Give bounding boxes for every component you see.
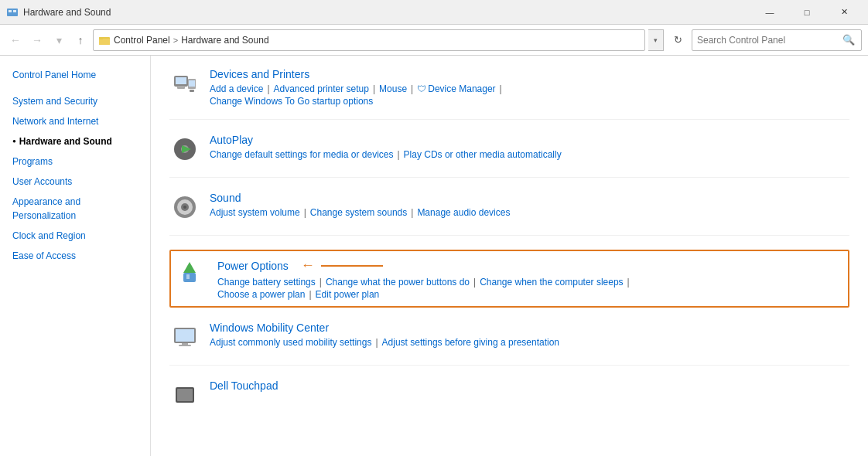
section-dell-touchpad: Dell Touchpad — [169, 379, 849, 423]
svg-rect-24 — [179, 345, 191, 346]
autoplay-title[interactable]: AutoPlay — [210, 134, 849, 146]
devices-and-printers-content: Devices and Printers Add a device | Adva… — [210, 68, 849, 107]
sound-icon — [169, 192, 200, 223]
breadcrumb-root[interactable]: Control Panel — [114, 35, 170, 46]
title-bar: Hardware and Sound — □ ✕ — [0, 0, 868, 25]
sidebar-item-appearance-and-personalization[interactable]: Appearance and Personalization — [0, 192, 150, 226]
windows-mobility-center-links: Adjust commonly used mobility settings |… — [210, 337, 849, 348]
search-box: 🔍 — [692, 29, 862, 51]
change-system-sounds-link[interactable]: Change system sounds — [310, 207, 407, 218]
svg-rect-4 — [99, 39, 110, 45]
sound-links: Adjust system volume | Change system sou… — [210, 207, 849, 218]
sidebar-item-user-accounts[interactable]: User Accounts — [0, 172, 150, 192]
change-sleep-link[interactable]: Change when the computer sleeps — [480, 277, 623, 288]
autoplay-icon — [169, 134, 200, 165]
search-input[interactable] — [697, 35, 841, 46]
sidebar-item-network-and-internet[interactable]: Network and Internet — [0, 111, 150, 131]
forward-button[interactable]: → — [28, 31, 46, 49]
address-path: Control Panel > Hardware and Sound — [93, 29, 645, 51]
adjust-volume-link[interactable]: Adjust system volume — [210, 207, 300, 218]
breadcrumb-separator: > — [173, 36, 178, 45]
recent-locations-button[interactable]: ▾ — [50, 31, 68, 49]
power-arrow-line — [321, 265, 383, 267]
devices-and-printers-title[interactable]: Devices and Printers — [210, 68, 849, 80]
address-bar: ← → ▾ ↑ Control Panel > Hardware and Sou… — [0, 25, 868, 56]
maximize-button[interactable]: □ — [789, 0, 825, 25]
shield-icon: 🛡 — [417, 83, 426, 94]
window-controls: — □ ✕ — [752, 0, 862, 25]
mouse-link[interactable]: Mouse — [379, 83, 407, 94]
section-power-options: Power Options← Change battery settings |… — [169, 250, 849, 308]
folder-icon — [98, 34, 111, 46]
svg-rect-23 — [176, 329, 194, 342]
main-layout: Control Panel Home System and Security N… — [0, 56, 868, 456]
sound-title[interactable]: Sound — [210, 192, 849, 204]
section-sound: Sound Adjust system volume | Change syst… — [169, 192, 849, 236]
section-autoplay: AutoPlay Change default settings for med… — [169, 134, 849, 178]
sidebar-item-hardware-and-sound[interactable]: Hardware and Sound — [0, 131, 150, 151]
sidebar-item-programs[interactable]: Programs — [0, 151, 150, 172]
advanced-printer-setup-link[interactable]: Advanced printer setup — [274, 83, 369, 94]
svg-rect-11 — [190, 90, 194, 92]
device-manager-link[interactable]: Device Manager — [428, 83, 495, 94]
autoplay-content: AutoPlay Change default settings for med… — [210, 134, 849, 160]
manage-audio-link[interactable]: Manage audio devices — [417, 207, 510, 218]
windows-mobility-center-icon — [169, 322, 200, 352]
sound-content: Sound Adjust system volume | Change syst… — [210, 192, 849, 218]
add-device-link[interactable]: Add a device — [210, 83, 263, 94]
dell-touchpad-content: Dell Touchpad — [210, 379, 849, 395]
svg-rect-5 — [99, 37, 103, 39]
choose-power-plan-link[interactable]: Choose a power plan — [217, 289, 305, 300]
windows-mobility-center-title[interactable]: Windows Mobility Center — [210, 322, 849, 334]
svg-rect-21 — [186, 274, 190, 279]
window-icon — [6, 6, 19, 19]
power-arrow-icon: ← — [301, 257, 315, 274]
svg-rect-2 — [13, 10, 16, 12]
adjust-presentation-link[interactable]: Adjust settings before giving a presenta… — [382, 337, 559, 348]
up-button[interactable]: ↑ — [71, 31, 90, 49]
power-options-links: Change battery settings | Change what th… — [217, 277, 842, 288]
breadcrumb-current: Hardware and Sound — [181, 35, 268, 46]
svg-marker-20 — [183, 262, 196, 273]
svg-point-18 — [183, 206, 186, 209]
refresh-button[interactable]: ↻ — [667, 29, 689, 51]
edit-power-plan-link[interactable]: Edit power plan — [316, 289, 380, 300]
devices-and-printers-sublinks: Change Windows To Go startup options — [210, 96, 849, 107]
svg-rect-27 — [177, 389, 193, 401]
svg-rect-10 — [189, 80, 195, 87]
change-battery-link[interactable]: Change battery settings — [217, 277, 316, 288]
sidebar-item-control-panel-home[interactable]: Control Panel Home — [0, 65, 150, 85]
sidebar: Control Panel Home System and Security N… — [0, 56, 151, 456]
svg-rect-25 — [182, 343, 188, 345]
title-bar-left: Hardware and Sound — [6, 6, 111, 19]
devices-and-printers-links: Add a device | Advanced printer setup | … — [210, 83, 849, 94]
section-windows-mobility-center: Windows Mobility Center Adjust commonly … — [169, 322, 849, 366]
close-button[interactable]: ✕ — [826, 0, 862, 25]
address-dropdown-button[interactable]: ▾ — [648, 29, 664, 51]
sidebar-item-system-and-security[interactable]: System and Security — [0, 91, 150, 111]
change-windows-togo-link[interactable]: Change Windows To Go startup options — [210, 96, 373, 107]
dell-touchpad-title[interactable]: Dell Touchpad — [210, 379, 849, 392]
power-options-content: Power Options← Change battery settings |… — [217, 257, 842, 300]
change-default-media-link[interactable]: Change default settings for media or dev… — [210, 149, 393, 160]
dell-touchpad-icon — [169, 379, 200, 410]
back-button[interactable]: ← — [6, 31, 25, 49]
power-options-sublinks: Choose a power plan | Edit power plan — [217, 289, 842, 300]
search-icon[interactable]: 🔍 — [841, 32, 856, 48]
sidebar-item-ease-of-access[interactable]: Ease of Access — [0, 246, 150, 266]
section-devices-and-printers: Devices and Printers Add a device | Adva… — [169, 68, 849, 120]
windows-mobility-center-content: Windows Mobility Center Adjust commonly … — [210, 322, 849, 348]
content-area: Devices and Printers Add a device | Adva… — [151, 56, 868, 456]
minimize-button[interactable]: — — [752, 0, 788, 25]
adjust-mobility-link[interactable]: Adjust commonly used mobility settings — [210, 337, 371, 348]
power-options-title[interactable]: Power Options← — [217, 257, 842, 274]
play-cds-link[interactable]: Play CDs or other media automatically — [404, 149, 562, 160]
sidebar-item-clock-and-region[interactable]: Clock and Region — [0, 226, 150, 246]
svg-rect-7 — [176, 77, 186, 84]
change-power-buttons-link[interactable]: Change what the power buttons do — [326, 277, 470, 288]
window-title: Hardware and Sound — [23, 7, 111, 18]
autoplay-links: Change default settings for media or dev… — [210, 149, 849, 160]
power-options-icon — [177, 257, 208, 288]
svg-rect-8 — [177, 86, 185, 89]
svg-rect-1 — [9, 10, 12, 12]
